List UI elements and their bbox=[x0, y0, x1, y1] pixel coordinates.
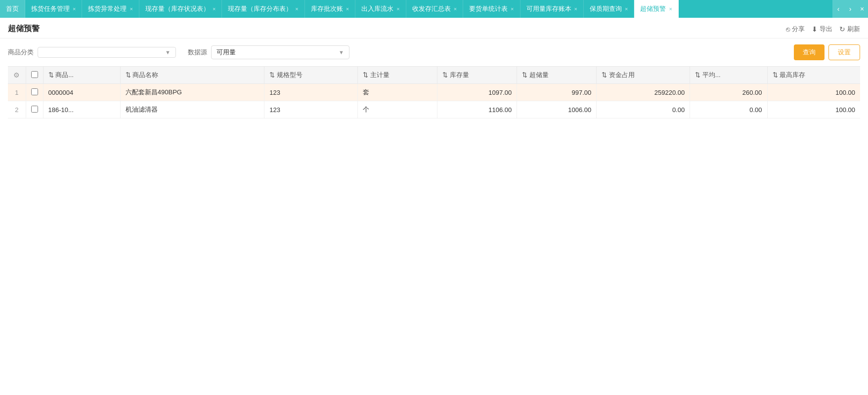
nav-close-button[interactable]: × bbox=[856, 0, 868, 18]
datasource-filter: 数据源 可用量 ▼ bbox=[188, 45, 349, 59]
close-icon[interactable]: × bbox=[511, 6, 514, 12]
row-checkbox[interactable] bbox=[31, 88, 38, 95]
data-table: ⚙ ⇅ 商品... ⇅ 商品名称 ⇅ 规格型号 bbox=[8, 66, 860, 118]
col-stock[interactable]: ⇅ 库存量 bbox=[437, 67, 517, 84]
cell-max-stock: 100.00 bbox=[767, 84, 860, 101]
nav-item-flow[interactable]: 出入库流水 × bbox=[355, 0, 406, 18]
query-button[interactable]: 查询 bbox=[794, 44, 825, 60]
nav-item-summary[interactable]: 收发存汇总表 × bbox=[406, 0, 463, 18]
nav-item-stock-status[interactable]: 现存量（库存状况表） × bbox=[139, 0, 222, 18]
table-body: 1 0000004 六配套新昌490BPG 123 套 1097.00 997.… bbox=[8, 84, 860, 118]
nav-prev-button[interactable]: ‹ bbox=[832, 0, 844, 18]
category-select[interactable]: ▼ bbox=[38, 47, 176, 58]
cell-unit: 个 bbox=[358, 101, 437, 118]
table-row: 2 186-10... 机油滤清器 123 个 1106.00 1006.00 … bbox=[8, 101, 860, 118]
col-avg[interactable]: ⇅ 平均... bbox=[690, 67, 767, 84]
category-filter: 商品分类 ▼ bbox=[8, 47, 176, 58]
nav-item-home[interactable]: 首页 bbox=[0, 0, 25, 18]
cell-product-name: 六配套新昌490BPG bbox=[120, 84, 264, 101]
cell-product-code: 0000004 bbox=[43, 84, 120, 101]
col-product-name[interactable]: ⇅ 商品名称 bbox=[120, 67, 264, 84]
refresh-icon: ↻ bbox=[839, 25, 845, 33]
cell-avg: 0.00 bbox=[690, 101, 767, 118]
nav-item-order-stats[interactable]: 要货单统计表 × bbox=[463, 0, 520, 18]
close-icon[interactable]: × bbox=[669, 6, 672, 12]
close-icon[interactable]: × bbox=[346, 6, 349, 12]
cell-product-code: 186-10... bbox=[43, 101, 120, 118]
nav-item-overstock[interactable]: 超储预警 × bbox=[634, 0, 678, 18]
share-icon: ⎋ bbox=[786, 25, 790, 33]
row-number: 2 bbox=[8, 101, 26, 118]
close-icon[interactable]: × bbox=[574, 6, 577, 12]
row-checkbox-cell[interactable] bbox=[26, 101, 43, 118]
category-label: 商品分类 bbox=[8, 48, 34, 57]
cell-capital: 0.00 bbox=[597, 101, 690, 118]
cell-stock: 1097.00 bbox=[437, 84, 517, 101]
filter-row: 商品分类 ▼ 数据源 可用量 ▼ 查询 设置 bbox=[0, 39, 868, 66]
table-row: 1 0000004 六配套新昌490BPG 123 套 1097.00 997.… bbox=[8, 84, 860, 101]
share-button[interactable]: ⎋ 分享 bbox=[786, 25, 805, 34]
nav-item-expiry[interactable]: 保质期查询 × bbox=[584, 0, 634, 18]
col-spec[interactable]: ⇅ 规格型号 bbox=[264, 67, 358, 84]
nav-item-batch[interactable]: 库存批次账 × bbox=[305, 0, 355, 18]
filter-actions: 查询 设置 bbox=[794, 44, 860, 60]
table-header-row: ⚙ ⇅ 商品... ⇅ 商品名称 ⇅ 规格型号 bbox=[8, 67, 860, 84]
table-container: ⚙ ⇅ 商品... ⇅ 商品名称 ⇅ 规格型号 bbox=[0, 66, 868, 118]
nav-item-available[interactable]: 可用量库存账本 × bbox=[521, 0, 584, 18]
page-title: 超储预警 bbox=[8, 24, 40, 34]
cell-max-stock: 100.00 bbox=[767, 101, 860, 118]
export-button[interactable]: ⬇ 导出 bbox=[812, 25, 832, 34]
close-icon[interactable]: × bbox=[73, 6, 76, 12]
close-icon[interactable]: × bbox=[130, 6, 132, 12]
cell-product-name: 机油滤清器 bbox=[120, 101, 264, 118]
cell-overstock: 1006.00 bbox=[517, 101, 597, 118]
page-content: 超储预警 ⎋ 分享 ⬇ 导出 ↻ 刷新 商品分类 ▼ 数据源 bbox=[0, 18, 868, 395]
col-unit[interactable]: ⇅ 主计量 bbox=[358, 67, 437, 84]
cell-overstock: 997.00 bbox=[517, 84, 597, 101]
page-header: 超储预警 ⎋ 分享 ⬇ 导出 ↻ 刷新 bbox=[0, 18, 868, 39]
select-all-checkbox[interactable] bbox=[31, 71, 38, 78]
checkbox-header[interactable] bbox=[26, 67, 43, 84]
col-max-stock[interactable]: ⇅ 最高库存 bbox=[767, 67, 860, 84]
row-number: 1 bbox=[8, 84, 26, 101]
nav-item-exception[interactable]: 拣货异常处理 × bbox=[82, 0, 139, 18]
col-capital[interactable]: ⇅ 资金占用 bbox=[597, 67, 690, 84]
col-product-code[interactable]: ⇅ 商品... bbox=[43, 67, 120, 84]
nav-item-task-mgmt[interactable]: 拣货任务管理 × bbox=[25, 0, 82, 18]
cell-capital: 259220.00 bbox=[597, 84, 690, 101]
settings-icon[interactable]: ⚙ bbox=[13, 71, 20, 79]
nav-arrows: ‹ › × bbox=[832, 0, 868, 18]
cell-spec: 123 bbox=[264, 101, 358, 118]
close-icon[interactable]: × bbox=[295, 6, 298, 12]
chevron-down-icon: ▼ bbox=[165, 49, 171, 55]
settings-button[interactable]: 设置 bbox=[828, 44, 860, 60]
cell-unit: 套 bbox=[358, 84, 437, 101]
close-icon[interactable]: × bbox=[625, 6, 628, 12]
nav-item-stock-dist[interactable]: 现存量（库存分布表） × bbox=[222, 0, 304, 18]
cell-avg: 260.00 bbox=[690, 84, 767, 101]
close-icon[interactable]: × bbox=[213, 6, 216, 12]
gear-header: ⚙ bbox=[8, 67, 26, 84]
chevron-down-icon: ▼ bbox=[339, 49, 344, 55]
col-overstock[interactable]: ⇅ 超储量 bbox=[517, 67, 597, 84]
row-checkbox-cell[interactable] bbox=[26, 84, 43, 101]
row-checkbox[interactable] bbox=[31, 106, 38, 113]
close-icon[interactable]: × bbox=[396, 6, 399, 12]
nav-next-button[interactable]: › bbox=[844, 0, 856, 18]
datasource-select-value: 可用量 bbox=[217, 48, 236, 57]
datasource-select[interactable]: 可用量 ▼ bbox=[211, 45, 349, 59]
cell-spec: 123 bbox=[264, 84, 358, 101]
datasource-label: 数据源 bbox=[188, 48, 207, 57]
export-icon: ⬇ bbox=[812, 25, 818, 33]
cell-stock: 1106.00 bbox=[437, 101, 517, 118]
close-icon[interactable]: × bbox=[454, 6, 457, 12]
top-nav: 首页 拣货任务管理 × 拣货异常处理 × 现存量（库存状况表） × 现存量（库存… bbox=[0, 0, 868, 18]
refresh-button[interactable]: ↻ 刷新 bbox=[839, 25, 860, 34]
header-actions: ⎋ 分享 ⬇ 导出 ↻ 刷新 bbox=[786, 25, 860, 34]
